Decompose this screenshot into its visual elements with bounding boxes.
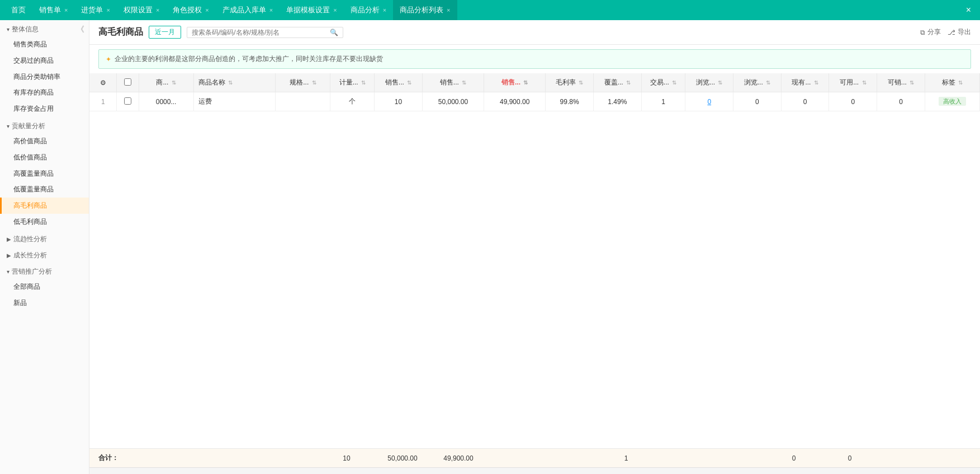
data-table: ⚙ 商... ⇅ 商品名称 ⇅ xyxy=(89,73,980,111)
content-area: 高毛利商品 近一月 🔍 ⧉ 分享 ⎇ 导出 ✦ 企业的主要的利润都是这部分商品创… xyxy=(89,20,980,474)
sort-icon: ⇅ xyxy=(523,79,528,86)
sidebar-item-all-goods[interactable]: 全部商品 xyxy=(0,279,89,295)
chevron-right-icon: ▶ xyxy=(7,252,11,259)
sort-icon: ⇅ xyxy=(718,79,722,86)
row-stock2: 0 xyxy=(829,92,877,111)
info-icon: ✦ xyxy=(106,55,111,63)
sort-icon: ⇅ xyxy=(579,79,583,86)
row-gross-rate: 99.8% xyxy=(546,92,594,111)
row-unit: 个 xyxy=(330,92,375,111)
top-navigation: 首页 销售单 × 进货单 × 权限设置 × 角色授权 × 产成品入库单 × 单据… xyxy=(0,0,980,20)
header-actions: ⧉ 分享 ⎇ 导出 xyxy=(920,27,971,37)
search-box: 🔍 xyxy=(187,27,343,38)
close-all-button[interactable]: × xyxy=(962,5,976,15)
row-browse2: 0 xyxy=(733,92,782,111)
close-icon[interactable]: × xyxy=(64,7,68,13)
nav-product-analysis-list[interactable]: 商品分析列表 × xyxy=(393,0,457,20)
sidebar-section-contribution[interactable]: ▾ 贡献量分析 xyxy=(0,117,89,133)
close-icon[interactable]: × xyxy=(205,7,209,13)
col-header-browse2[interactable]: 浏览... ⇅ xyxy=(733,73,782,92)
main-layout: 《 ▾ 整体信息 销售类商品 交易过的商品 商品分类助销率 有库存的商品 库存资… xyxy=(0,20,980,474)
sort-icon: ⇅ xyxy=(462,79,466,86)
close-icon[interactable]: × xyxy=(333,7,337,13)
col-header-gross[interactable]: 毛利率 ⇅ xyxy=(546,73,594,92)
sidebar-item-low-coverage[interactable]: 低覆盖量商品 xyxy=(0,181,89,198)
col-header-cover[interactable]: 覆盖... ⇅ xyxy=(593,73,641,92)
nav-role-auth[interactable]: 角色授权 × xyxy=(166,0,215,20)
sidebar-item-new-goods[interactable]: 新品 xyxy=(0,295,89,311)
sidebar-item-high-value[interactable]: 高价值商品 xyxy=(0,133,89,149)
search-input[interactable] xyxy=(192,29,330,36)
chevron-right-icon: ▶ xyxy=(7,236,11,242)
close-icon[interactable]: × xyxy=(156,7,159,13)
close-icon[interactable]: × xyxy=(269,7,273,13)
sidebar-section-growth[interactable]: ▶ 成长性分析 xyxy=(0,246,89,262)
footer-stock1: 0 xyxy=(771,454,816,462)
sidebar-item-traded-goods[interactable]: 交易过的商品 xyxy=(0,53,89,69)
col-header-stock2[interactable]: 可用... ⇅ xyxy=(829,73,877,92)
sidebar-section-trend[interactable]: ▶ 流趋性分析 xyxy=(0,230,89,246)
sidebar-item-high-gross[interactable]: 高毛利商品 xyxy=(0,198,89,214)
sort-icon: ⇅ xyxy=(407,79,411,86)
sidebar-item-category-sales-rate[interactable]: 商品分类助销率 xyxy=(0,69,89,85)
col-header-stock1[interactable]: 现有... ⇅ xyxy=(781,73,829,92)
nav-permissions[interactable]: 权限设置 × xyxy=(117,0,166,20)
col-header-settings[interactable]: ⚙ xyxy=(89,73,117,92)
share-button[interactable]: ⧉ 分享 xyxy=(920,27,941,37)
sidebar-item-stocked-goods[interactable]: 有库存的商品 xyxy=(0,85,89,101)
sidebar-section-overall[interactable]: ▾ 整体信息 xyxy=(0,20,89,36)
row-browse1[interactable]: 0 xyxy=(685,92,733,111)
col-header-check[interactable] xyxy=(117,73,139,92)
col-header-unit[interactable]: 计量... ⇅ xyxy=(330,73,375,92)
col-header-trade[interactable]: 交易... ⇅ xyxy=(641,73,685,92)
col-header-tag[interactable]: 标签 ⇅ xyxy=(925,73,979,92)
sidebar-item-low-value[interactable]: 低价值商品 xyxy=(0,149,89,166)
col-header-sale-amt[interactable]: 销售... ⇅ xyxy=(422,73,484,92)
horizontal-scrollbar[interactable] xyxy=(89,467,980,474)
sort-icon: ⇅ xyxy=(361,79,366,86)
nav-product-analysis[interactable]: 商品分析 × xyxy=(344,0,393,20)
sort-icon: ⇅ xyxy=(672,79,676,86)
nav-purchase[interactable]: 进货单 × xyxy=(74,0,116,20)
content-header: 高毛利商品 近一月 🔍 ⧉ 分享 ⎇ 导出 xyxy=(89,20,980,45)
sidebar-section-marketing[interactable]: ▾ 营销推广分析 xyxy=(0,262,89,279)
col-header-browse1[interactable]: 浏览... ⇅ xyxy=(685,73,733,92)
close-icon[interactable]: × xyxy=(447,7,450,13)
footer-stock2: 0 xyxy=(827,454,872,462)
sidebar-collapse-button[interactable]: 《 xyxy=(77,25,84,35)
sidebar-item-high-coverage[interactable]: 高覆盖量商品 xyxy=(0,166,89,182)
sort-icon: ⇅ xyxy=(958,79,963,86)
table-footer: 合计： 10 50,000.00 49,900.00 1 0 0 xyxy=(89,448,980,467)
col-header-name[interactable]: 商品名称 ⇅ xyxy=(193,73,276,92)
row-check[interactable] xyxy=(117,92,139,111)
row-checkbox[interactable] xyxy=(124,97,131,105)
col-header-sale-profit[interactable]: 销售... ⇅ xyxy=(484,73,546,92)
col-header-spec[interactable]: 规格... ⇅ xyxy=(276,73,330,92)
close-icon[interactable]: × xyxy=(106,7,110,13)
row-trade: 1 xyxy=(641,92,685,111)
footer-sale-amt: 50,000.00 xyxy=(380,454,425,462)
select-all-checkbox[interactable] xyxy=(124,78,131,86)
row-sale-amt: 50,000.00 xyxy=(422,92,484,111)
table-row[interactable]: 1 0000... 运费 个 10 50,000.00 49,900.00 99… xyxy=(89,92,980,111)
nav-sales-order[interactable]: 销售单 × xyxy=(32,0,74,20)
chevron-down-icon: ▾ xyxy=(7,123,10,129)
nav-home[interactable]: 首页 xyxy=(4,0,32,20)
sort-icon: ⇅ xyxy=(910,79,914,86)
nav-template-settings[interactable]: 单据模板设置 × xyxy=(280,0,343,20)
col-header-code[interactable]: 商... ⇅ xyxy=(139,73,193,92)
period-button[interactable]: 近一月 xyxy=(149,26,181,39)
sidebar-item-sales-goods[interactable]: 销售类商品 xyxy=(0,36,89,53)
chevron-down-icon: ▾ xyxy=(7,269,10,275)
col-header-sale2[interactable]: 可销... ⇅ xyxy=(877,73,925,92)
export-button[interactable]: ⎇ 导出 xyxy=(948,27,971,37)
row-code: 0000... xyxy=(139,92,193,111)
nav-product-entry[interactable]: 产成品入库单 × xyxy=(216,0,280,20)
table-container[interactable]: ⚙ 商... ⇅ 商品名称 ⇅ xyxy=(89,73,980,448)
close-icon[interactable]: × xyxy=(383,7,386,13)
col-header-sale-qty[interactable]: 销售... ⇅ xyxy=(375,73,423,92)
sidebar-item-low-gross[interactable]: 低毛利商品 xyxy=(0,214,89,230)
search-icon[interactable]: 🔍 xyxy=(330,29,338,36)
chevron-down-icon: ▾ xyxy=(7,26,10,32)
sidebar-item-stock-capital[interactable]: 库存资金占用 xyxy=(0,101,89,117)
